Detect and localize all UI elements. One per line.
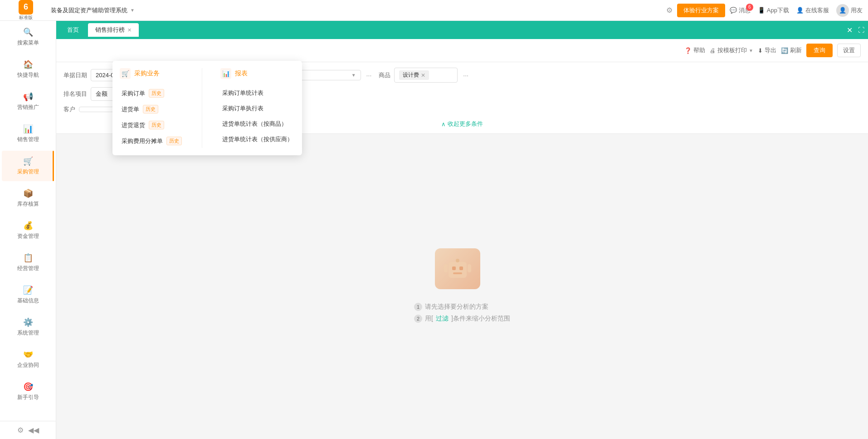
guide-icon: 🎯: [23, 382, 33, 392]
purchase-business-header: 🛒 采购业务: [120, 68, 184, 81]
logo-icon: 6: [19, 0, 33, 15]
sidebar-item-finance[interactable]: 💰 资金管理: [2, 215, 54, 246]
menu-item-inbound[interactable]: 进货单 历史: [120, 102, 184, 116]
sidebar-item-enterprise[interactable]: 🤝 企业协同: [2, 344, 54, 375]
history-badge: 历史: [166, 137, 182, 145]
search-icon: 🔍: [23, 27, 33, 37]
status-dropdown-icon: ▼: [351, 73, 356, 78]
basic-icon: 📝: [23, 285, 33, 295]
app-download-button[interactable]: 📱 App下载: [758, 6, 789, 15]
sidebar-bottom: ⚙ ◀◀: [0, 421, 56, 439]
sidebar-item-guide[interactable]: 🎯 新手引导: [2, 376, 54, 407]
topbar-settings-icon[interactable]: ⚙: [666, 6, 673, 15]
phone-icon: 📱: [758, 7, 765, 14]
svg-rect-1: [452, 266, 456, 270]
marketing-icon: 📢: [23, 92, 33, 102]
service-icon: 👤: [796, 7, 804, 14]
menu-item-order-exec[interactable]: 采购订单执行表: [220, 102, 295, 115]
operation-icon: 📋: [23, 253, 33, 263]
tab-bar-close-icon[interactable]: ✕: [847, 26, 853, 35]
goods-input[interactable]: 设计费 ✕: [394, 68, 458, 83]
sidebar-item-search[interactable]: 🔍 搜索菜单: [2, 22, 54, 52]
topbar: 6 标准版 装备及固定资产辅助管理系统 ▼ ⚙ 体验行业方案 💬 消息 6 📱 …: [0, 0, 868, 21]
purchase-menu-panel: 🛒 采购业务 采购订单 历史 进货单 历史 进货退货 历史 采购费用分摊单: [112, 61, 302, 155]
goods-filter: 商品 设计费 ✕ ···: [379, 68, 468, 83]
tab-sales-rank[interactable]: 销售排行榜 ✕: [88, 23, 139, 37]
main-layout: 🔍 搜索菜单 🏠 快捷导航 📢 营销推广 📊 销售管理 🛒 采购管理 📦 库存核…: [0, 21, 868, 439]
menu-item-return[interactable]: 进货退货 历史: [120, 118, 184, 132]
history-badge: 历史: [143, 105, 158, 113]
content-area: 首页 销售排行榜 ✕ ✕ ⛶ ❓ 帮助 🖨 按模板打印: [56, 21, 868, 439]
print-icon: 🖨: [710, 47, 716, 54]
user-menu-button[interactable]: 👤 用友: [836, 4, 863, 17]
filter-toolbar: ❓ 帮助 🖨 按模板打印 ▼ ⬇ 导出 🔄 刷新 查询 设置: [56, 39, 868, 62]
export-button[interactable]: ⬇ 导出: [758, 46, 776, 54]
sidebar-item-operation[interactable]: 📋 经营管理: [2, 247, 54, 278]
logo-version: 标准版: [19, 15, 33, 21]
print-arrow-icon: ▼: [749, 48, 753, 53]
refresh-icon: 🔄: [781, 47, 788, 54]
home-icon: 🏠: [23, 59, 33, 69]
settings-button[interactable]: 设置: [837, 44, 861, 57]
logo: 6 标准版: [5, 0, 46, 21]
help-button[interactable]: ❓ 帮助: [684, 46, 705, 54]
sidebar-item-basic[interactable]: 📝 基础信息: [2, 280, 54, 310]
export-icon: ⬇: [758, 47, 763, 54]
sidebar-settings-icon[interactable]: ⚙: [17, 426, 24, 434]
sidebar-item-sales[interactable]: 📊 销售管理: [2, 118, 54, 149]
industry-button[interactable]: 体验行业方案: [677, 4, 725, 17]
help-icon: ❓: [684, 47, 692, 54]
finance-icon: 💰: [23, 221, 33, 231]
empty-text: 1 请先选择要分析的方案 2 用[过滤]条件来缩小分析范围: [414, 301, 510, 325]
menu-divider: [202, 68, 202, 148]
tab-home[interactable]: 首页: [60, 23, 86, 37]
goods-more-icon[interactable]: ···: [463, 72, 468, 79]
menu-item-expense[interactable]: 采购费用分摊单 历史: [120, 134, 184, 148]
svg-rect-6: [468, 264, 471, 272]
tab-close-icon[interactable]: ✕: [127, 27, 132, 33]
avatar: 👤: [836, 4, 849, 17]
collapse-button[interactable]: ∧ 收起更多条件: [441, 120, 483, 128]
message-icon: 💬: [730, 7, 737, 14]
query-button[interactable]: 查询: [806, 44, 833, 57]
tab-bar: 首页 销售排行榜 ✕ ✕ ⛶: [56, 21, 868, 39]
sidebar-item-quick[interactable]: 🏠 快捷导航: [2, 54, 54, 84]
menu-item-purchase-order[interactable]: 采购订单 历史: [120, 86, 184, 100]
menu-item-order-stats[interactable]: 采购订单统计表: [220, 86, 295, 100]
sidebar: 🔍 搜索菜单 🏠 快捷导航 📢 营销推广 📊 销售管理 🛒 采购管理 📦 库存核…: [0, 21, 56, 439]
history-badge: 历史: [149, 89, 164, 98]
empty-icon: [435, 248, 489, 294]
sidebar-item-inventory[interactable]: 📦 库存核算: [2, 183, 54, 213]
robot-illustration: [435, 248, 480, 289]
topbar-arrow-icon: ▼: [130, 8, 135, 13]
menu-item-inbound-by-goods[interactable]: 进货单统计表（按商品）: [220, 117, 295, 131]
collapse-up-icon: ∧: [441, 121, 446, 128]
message-button[interactable]: 💬 消息 6: [730, 6, 751, 15]
enterprise-icon: 🤝: [23, 350, 33, 360]
empty-state: 1 请先选择要分析的方案 2 用[过滤]条件来缩小分析范围: [56, 134, 868, 439]
sales-icon: 📊: [23, 124, 33, 134]
tab-bar-expand-icon[interactable]: ⛶: [858, 26, 864, 34]
topbar-title: 装备及固定资产辅助管理系统 ▼: [51, 6, 662, 15]
purchase-business-section: 🛒 采购业务 采购订单 历史 进货单 历史 进货退货 历史 采购费用分摊单: [120, 68, 184, 148]
svg-rect-4: [456, 259, 459, 262]
sidebar-item-system[interactable]: ⚙️ 系统管理: [2, 312, 54, 342]
history-badge: 历史: [149, 121, 164, 129]
svg-rect-0: [449, 262, 467, 278]
menu-item-inbound-by-supplier[interactable]: 进货单统计表（按供应商）: [220, 133, 295, 146]
svg-rect-5: [444, 264, 448, 272]
svg-rect-2: [459, 266, 463, 270]
sidebar-item-marketing[interactable]: 📢 营销推广: [2, 86, 54, 117]
sidebar-item-purchase[interactable]: 🛒 采购管理: [2, 151, 54, 181]
purchase-icon: 🛒: [23, 156, 33, 166]
purchase-report-header: 📊 报表: [220, 68, 295, 81]
sidebar-collapse-icon[interactable]: ◀◀: [28, 426, 39, 434]
purchase-business-icon: 🛒: [120, 68, 131, 79]
online-service-button[interactable]: 👤 在线客服: [796, 6, 829, 15]
report-icon: 📊: [220, 68, 231, 79]
refresh-button[interactable]: 🔄 刷新: [781, 46, 802, 54]
print-button[interactable]: 🖨 按模板打印 ▼: [710, 46, 753, 54]
goods-tag-close-icon[interactable]: ✕: [421, 72, 425, 79]
status-more-icon[interactable]: ···: [366, 72, 372, 79]
svg-rect-3: [453, 272, 462, 274]
